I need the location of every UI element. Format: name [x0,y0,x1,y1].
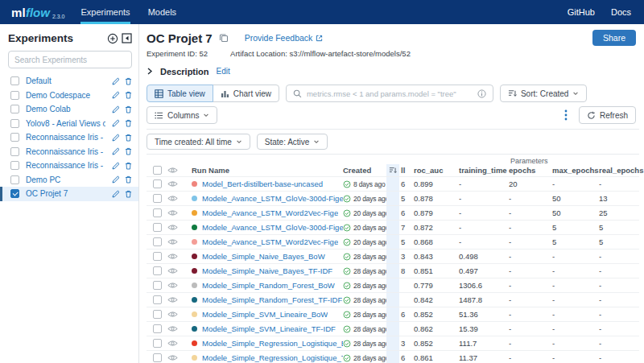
experiment-name-link[interactable]: Reconnaissance Iris - LR [26,133,105,142]
row-checkbox[interactable] [153,324,162,333]
edit-pencil-icon[interactable] [112,119,120,127]
run-name-link[interactable]: Modele_Simple_Regression_Logistique_TF-I… [202,353,343,362]
run-name-link[interactable]: Modele_Avance_LSTM_GloVe-300d-Fige [202,194,343,203]
row-checkbox[interactable] [153,353,162,362]
experiment-name-link[interactable]: OC Projet 7 [26,189,105,198]
edit-pencil-icon[interactable] [112,162,120,170]
github-link[interactable]: GitHub [568,7,595,17]
run-name-link[interactable]: Modele_Simple_SVM_Lineaire_BoW [202,310,328,319]
time-created-filter[interactable]: Time created: All time [147,134,250,150]
experiment-list-item[interactable]: Reconnaissance Iris - ID em... [0,159,138,173]
visibility-eye-icon[interactable] [167,167,178,174]
delete-trash-icon[interactable] [125,147,132,155]
run-name-link[interactable]: Modele_Avance_LSTM_GloVe-300d-Fige [202,223,343,232]
experiment-list-item[interactable]: Default [0,74,138,89]
experiment-name-link[interactable]: Default [26,76,105,85]
edit-pencil-icon[interactable] [112,134,120,142]
table-row[interactable]: Modele_Simple_Regression_Logistique_TF-I… [147,350,639,363]
row-checkbox[interactable] [153,339,162,348]
row-visibility-eye-icon[interactable] [167,267,178,274]
row-visibility-eye-icon[interactable] [167,253,178,260]
copy-icon[interactable] [219,33,229,43]
state-filter[interactable]: State: Active [257,134,328,150]
experiment-list-item[interactable]: Demo Codespace [0,89,138,103]
experiment-name-link[interactable]: Demo Colab [26,105,105,113]
experiment-checkbox[interactable] [10,105,19,113]
row-checkbox[interactable] [153,281,162,290]
row-visibility-eye-icon[interactable] [167,282,178,289]
provide-feedback-link[interactable]: Provide Feedback [245,33,324,43]
row-visibility-eye-icon[interactable] [167,224,178,231]
tab-experiments[interactable]: Experiments [80,0,130,24]
table-row[interactable]: Modele_Avance_LSTM_GloVe-300d-Fige 20 da… [147,191,639,205]
experiment-checkbox[interactable] [10,76,19,85]
col-real-epochs[interactable]: real_epochs [599,166,644,175]
table-row[interactable]: Modele_Simple_SVM_Lineaire_BoW 28 days a… [147,307,639,321]
table-row[interactable]: Modele_Simple_Random_Forest_TF-IDF 28 da… [147,292,639,307]
table-row[interactable]: Modele_Simple_Random_Forest_BoW 28 days … [147,278,639,292]
table-row[interactable]: Modele_Simple_Naive_Bayes_BoW 28 days ag… [147,249,639,263]
info-icon[interactable] [477,89,486,98]
edit-pencil-icon[interactable] [112,147,120,155]
row-visibility-eye-icon[interactable] [167,340,178,347]
row-checkbox[interactable] [153,266,162,275]
experiment-name-link[interactable]: Demo PC [26,175,105,184]
row-visibility-eye-icon[interactable] [167,238,178,245]
experiment-list-item[interactable]: OC Projet 7 [0,187,138,201]
experiment-list-item[interactable]: Yolov8 - Aerial Views of boat... [0,117,138,131]
experiment-checkbox[interactable] [10,161,19,170]
runs-filter-input[interactable] [307,89,473,98]
run-name-link[interactable]: Modele_Avance_LSTM_Word2Vec-Fige [202,208,338,217]
row-checkbox[interactable] [153,252,162,261]
row-checkbox[interactable] [153,310,162,319]
table-row[interactable]: Modele_Simple_SVM_Lineaire_TF-IDF 28 day… [147,321,639,336]
row-visibility-eye-icon[interactable] [167,195,178,202]
columns-dropdown-button[interactable]: Columns [147,106,217,124]
edit-pencil-icon[interactable] [112,91,120,99]
delete-trash-icon[interactable] [125,91,132,99]
col-created[interactable]: Created [343,166,386,175]
collapse-sidebar-icon[interactable] [122,33,132,43]
edit-pencil-icon[interactable] [112,105,120,113]
run-name-link[interactable]: Model_Bert-distilbert-base-uncased [202,179,323,188]
delete-trash-icon[interactable] [125,175,132,184]
share-button[interactable]: Share [592,30,636,46]
table-row[interactable]: Modele_Simple_Naive_Bayes_TF-IDF 28 days… [147,263,639,278]
search-experiments-input[interactable] [8,51,132,68]
created-sort-indicator[interactable] [386,164,399,176]
table-row[interactable]: Model_Bert-distilbert-base-uncased 8 day… [147,176,639,191]
table-row[interactable]: Modele_Avance_LSTM_Word2Vec-Fige 20 days… [147,205,639,220]
row-visibility-eye-icon[interactable] [167,354,178,361]
description-edit-link[interactable]: Edit [217,67,230,76]
row-visibility-eye-icon[interactable] [167,325,178,332]
experiment-list-item[interactable]: Demo PC [0,173,138,188]
run-name-link[interactable]: Modele_Simple_Regression_Logistique_BoW [202,339,343,348]
experiment-checkbox[interactable] [10,133,19,142]
run-name-link[interactable]: Modele_Simple_Random_Forest_TF-IDF [202,295,342,304]
row-checkbox[interactable] [153,295,162,304]
chevron-right-icon[interactable] [147,68,153,75]
experiment-name-link[interactable]: Demo Codespace [26,91,105,100]
experiment-name-link[interactable]: Reconnaissance Iris - ID em... [26,147,105,156]
row-visibility-eye-icon[interactable] [167,209,178,217]
experiment-checkbox[interactable] [10,119,19,128]
delete-trash-icon[interactable] [125,105,132,113]
experiment-checkbox[interactable] [10,175,19,184]
table-row[interactable]: Modele_Simple_Regression_Logistique_BoW … [147,336,639,350]
experiment-name-link[interactable]: Yolov8 - Aerial Views of boat... [26,119,105,128]
experiment-list-item[interactable]: Reconnaissance Iris - ID em... [0,145,138,159]
run-name-link[interactable]: Modele_Simple_SVM_Lineaire_TF-IDF [202,324,336,333]
delete-trash-icon[interactable] [125,134,132,142]
row-checkbox[interactable] [153,194,162,203]
delete-trash-icon[interactable] [125,162,132,170]
row-checkbox[interactable] [153,237,162,246]
run-name-link[interactable]: Modele_Simple_Naive_Bayes_TF-IDF [202,266,332,275]
row-checkbox[interactable] [153,223,162,232]
run-name-link[interactable]: Modele_Simple_Naive_Bayes_BoW [202,252,325,261]
experiment-list-item[interactable]: Demo Colab [0,102,138,117]
run-name-link[interactable]: Modele_Avance_LSTM_Word2Vec-Fige [202,237,338,246]
docs-link[interactable]: Docs [611,7,631,17]
create-experiment-icon[interactable] [107,33,118,44]
edit-pencil-icon[interactable] [112,175,120,184]
edit-pencil-icon[interactable] [112,77,120,85]
